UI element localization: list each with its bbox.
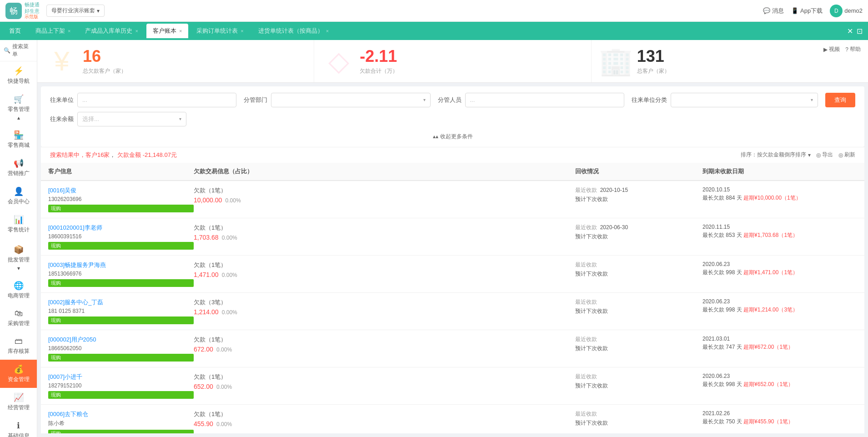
sidebar-item-retail-store[interactable]: 🏪 零售商城 — [0, 126, 37, 154]
sidebar-item-quick-nav[interactable]: ⚡ 快捷导航 — [0, 61, 37, 90]
chevron-down-icon: ▾ — [179, 116, 181, 121]
collection-cell: 最近收款 预计下次收款 — [575, 336, 702, 352]
tab-purchase-order[interactable]: 采购订单统计表 × — [190, 24, 250, 38]
customer-phone: 181 0125 8371 — [48, 308, 194, 314]
overdue-link[interactable]: 超期¥1,703.68（1笔） — [743, 232, 798, 238]
retail-mgmt-icon: 🛒 — [14, 94, 24, 104]
customer-name-link[interactable]: [0003]畅捷服务尹海燕 — [48, 261, 194, 269]
overdue-link[interactable]: 超期¥455.90（1笔） — [743, 418, 793, 425]
collapse-filter-button[interactable]: ▴▴ 收起更多条件 — [50, 131, 855, 142]
overdue-link[interactable]: 超期¥652.00（1笔） — [743, 381, 793, 387]
debt-info-cell: 欠款（1笔） 1,703.68 0.00% — [194, 224, 575, 241]
overdue-cell: 2021.03.01 最长欠款 747 天 超期¥672.00（1笔） — [702, 336, 857, 351]
customer-name-link[interactable]: [0001020001]李老师 — [48, 224, 194, 232]
overdue-cell: 2020.06.23 最长欠款 998 天 超期¥1,471.00（1笔） — [702, 261, 857, 276]
tab-customer-account[interactable]: 客户账本 × — [146, 24, 188, 38]
stat-card3-actions: ▶ 视频 ? 帮助 — [823, 45, 861, 53]
logo-icon: 畅 — [5, 3, 22, 19]
app-download-button[interactable]: 📱 App下载 — [791, 7, 823, 15]
customer-tag: 现购 — [48, 279, 194, 287]
customer-name-link[interactable]: [000002]用户2050 — [48, 336, 194, 344]
main-content: ¥ 16 总欠款客户（家） ◇ -2.11 欠款合计（万） — [37, 40, 868, 437]
search-icon: 🔍 — [4, 47, 10, 54]
close-icon[interactable]: × — [179, 28, 182, 34]
window-restore-button[interactable]: ✕ — [847, 27, 853, 35]
quick-nav-icon: ⚡ — [14, 66, 24, 76]
user-avatar[interactable]: D demo2 — [830, 5, 863, 17]
window-maximize-button[interactable]: ⊡ — [857, 27, 863, 35]
close-icon[interactable]: × — [68, 28, 70, 34]
help-button[interactable]: ? 帮助 — [845, 45, 861, 53]
customer-unit-input[interactable]: ... — [77, 93, 236, 107]
tab-product-offline[interactable]: 商品上下架 × — [29, 24, 77, 38]
sidebar-item-operations[interactable]: 📈 经营管理 — [0, 388, 37, 416]
tab-home[interactable]: 首页 — [3, 24, 27, 38]
refresh-icon: ◎ — [838, 152, 843, 158]
overdue-cell: 2020.06.23 最长欠款 998 天 超期¥652.00（1笔） — [702, 373, 857, 388]
customer-name-link[interactable]: [0006]去下粮仓 — [48, 410, 194, 418]
unit-category-select[interactable]: ▾ — [671, 93, 818, 107]
sidebar-item-wholesale-mgmt[interactable]: 📦 批发管理 ▾ — [0, 240, 37, 276]
overdue-link[interactable]: 超期¥10,000.00（1笔） — [743, 195, 801, 201]
customer-name-link[interactable]: [0002]服务中心_丁磊 — [48, 298, 194, 306]
person-input[interactable]: ... — [465, 93, 624, 107]
customer-phone: 18513066976 — [48, 271, 194, 277]
balance-select[interactable]: 选择... ▾ — [77, 112, 186, 126]
close-icon[interactable]: × — [135, 28, 138, 34]
sidebar-item-retail-mgmt[interactable]: 🛒 零售管理 ▴ — [0, 90, 37, 126]
search-menu-button[interactable]: 🔍 搜索菜单 — [0, 40, 37, 61]
customer-info-cell: [0007]小进千 18279152100 现购 — [48, 373, 194, 399]
collection-cell: 最近收款 2020-10-15 预计下次收款 — [575, 186, 702, 203]
message-button[interactable]: 💬 消息 — [763, 7, 784, 15]
customer-name-link[interactable]: [0016]吴俊 — [48, 186, 194, 195]
chevron-up-icon: ▴▴ — [433, 133, 438, 140]
debt-percent: 0.00% — [222, 272, 237, 278]
overdue-link[interactable]: 超期¥672.00（1笔） — [743, 344, 793, 350]
stats-row: ¥ 16 总欠款客户（家） ◇ -2.11 欠款合计（万） — [37, 40, 868, 83]
debt-amount: 1,703.68 — [194, 234, 219, 241]
collection-cell: 最近收款 2020-06-30 预计下次收款 — [575, 224, 702, 241]
debt-count: 欠款（1笔） — [194, 224, 575, 232]
close-icon[interactable]: × — [241, 28, 243, 34]
sidebar-item-basic-info[interactable]: ℹ 基础信息 — [0, 416, 37, 437]
sidebar-item-purchase-mgmt[interactable]: 🛍 采购管理 — [0, 304, 37, 332]
close-icon[interactable]: × — [326, 28, 329, 34]
stat-card-debtors: ¥ 16 总欠款客户（家） — [37, 40, 314, 82]
customer-name-link[interactable]: [0007]小进千 — [48, 373, 194, 381]
overdue-link[interactable]: 超期¥1,471.00（1笔） — [743, 269, 798, 276]
debt-count: 欠款（1笔） — [194, 336, 575, 344]
sidebar-item-inventory[interactable]: 🗃 库存核算 — [0, 332, 37, 360]
industry-selector[interactable]: 母婴行业演示账套 ▾ — [46, 5, 105, 17]
debt-percent: 0.00% — [222, 235, 237, 241]
search-button[interactable]: 查询 — [825, 93, 855, 107]
sidebar-item-finance[interactable]: 💰 资金管理 — [0, 360, 37, 388]
customer-info-cell: [0006]去下粮仓 陈小希 现购 — [48, 410, 194, 433]
sidebar-item-retail-stats[interactable]: 📊 零售统计 — [0, 210, 37, 238]
filter-customer-unit: 往来单位 ... — [50, 93, 236, 107]
debt-count: 欠款（1笔） — [194, 410, 575, 418]
debt-count: 欠款（1笔） — [194, 186, 575, 195]
tab-product-history[interactable]: 产成品入库单历史 × — [79, 24, 144, 38]
overdue-cell: 2020.11.15 最长欠款 853 天 超期¥1,703.68（1笔） — [702, 224, 857, 239]
retail-stats-icon: 📊 — [14, 215, 24, 225]
overdue-link[interactable]: 超期¥1,214.00（3笔） — [743, 306, 798, 313]
sidebar-item-member-center[interactable]: 👤 会员中心 — [0, 182, 37, 210]
sidebar-item-ecommerce[interactable]: 🌐 电商管理 — [0, 276, 37, 304]
member-center-icon: 👤 — [14, 186, 24, 196]
refresh-button[interactable]: ◎ 刷新 — [838, 151, 855, 159]
sidebar-item-marketing[interactable]: 📢 营销推广 — [0, 154, 37, 182]
collection-cell: 最近收款 预计下次收款 — [575, 410, 702, 427]
stat-number-total-debt: -2.11 — [360, 47, 398, 65]
customer-phone: 18279152100 — [48, 382, 194, 389]
tab-purchase-stats[interactable]: 进货单统计表（按商品） × — [252, 24, 335, 38]
debt-percent: 0.00% — [216, 347, 232, 353]
dept-select[interactable]: ▾ — [271, 93, 430, 107]
debt-amount: 10,000.00 — [194, 196, 222, 204]
export-button[interactable]: ◎ 导出 — [816, 151, 833, 159]
video-icon: ▶ — [823, 46, 828, 53]
sidebar: 🔍 搜索菜单 ⚡ 快捷导航 🛒 零售管理 ▴ 🏪 零售商城 📢 营销推广 � — [0, 40, 37, 437]
video-button[interactable]: ▶ 视频 — [823, 45, 840, 53]
logo-text: 畅捷通好生意 示范版 — [25, 2, 43, 19]
sort-button[interactable]: 排序：按欠款金额倒序排序 ▾ — [741, 151, 811, 159]
table-row: [0006]去下粮仓 陈小希 现购 欠款（1笔） 455.90 0.00% 最近… — [41, 405, 864, 433]
